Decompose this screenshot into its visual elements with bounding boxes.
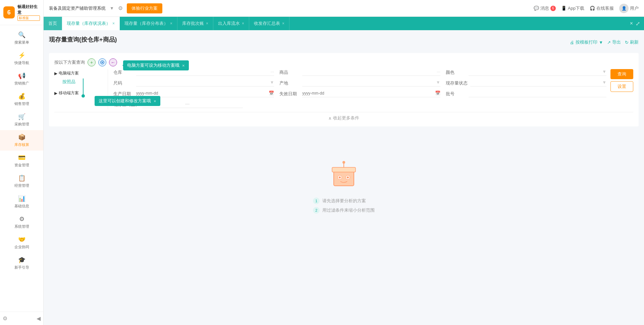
inv-qty-max[interactable] (192, 101, 232, 106)
box-icon: 📦 (18, 133, 25, 141)
back-scheme-btn[interactable]: ← (109, 58, 117, 66)
filter-color: 颜色 ▼ (446, 69, 606, 76)
query-panel: 按以下方案查询 + ← 电脑方案可设为移动方案哦 × (49, 53, 639, 126)
sidebar-item-search[interactable]: 🔍 搜索菜单 (0, 28, 43, 48)
sidebar-menu: 🔍 搜索菜单 ⚡ 快捷导航 📢 营销推广 💰 销售管理 🛒 采购管理 📦 (0, 25, 43, 312)
inv-status-dropdown-icon[interactable]: ▼ (602, 80, 606, 85)
size-dropdown-icon[interactable]: ▼ (270, 80, 274, 85)
logo-text: 畅通好好生意 标准版 (17, 4, 40, 21)
avatar: 👤 (619, 4, 629, 13)
sidebar: 6 畅通好好生意 标准版 🔍 搜索菜单 ⚡ 快捷导航 📢 营销推广 💰 销售管理 (0, 0, 44, 325)
close-tab-receive-summary[interactable]: × (282, 21, 284, 26)
sidebar-item-sales[interactable]: 💰 销售管理 (0, 89, 43, 110)
prod-date-calendar-icon[interactable]: 📅 (269, 91, 274, 96)
sidebar-item-purchase[interactable]: 🛒 采购管理 (0, 110, 43, 130)
desktop-scheme-item-1[interactable]: 按照品 (60, 77, 102, 86)
filter-product: 商品 ··· (279, 69, 440, 76)
batch-input[interactable] (469, 91, 606, 96)
sidebar-item-finance[interactable]: 💳 资金管理 (0, 151, 43, 171)
search-button[interactable]: 查询 (610, 69, 633, 79)
tab-inventory-dist[interactable]: 现存量（库存分布表） × (120, 17, 177, 30)
color-dropdown-icon[interactable]: ▼ (602, 69, 606, 74)
close-tab-inout-flow[interactable]: × (242, 21, 244, 26)
filter-batch: 批号 (446, 91, 606, 97)
sidebar-item-marketing[interactable]: 📢 营销推广 (0, 69, 43, 89)
collapse-up-icon: ∧ (328, 116, 332, 121)
svg-rect-2 (334, 171, 354, 186)
empty-step-2: 2 用过滤条件来缩小分析范围 (313, 207, 375, 214)
sidebar-item-inventory[interactable]: 📦 库存核算 (0, 130, 43, 151)
inv-status-input[interactable] (470, 80, 602, 85)
export-btn[interactable]: ↗ 导出 (607, 39, 621, 45)
settings-button[interactable]: 设置 (610, 81, 633, 92)
print-btn[interactable]: 🖨 按模板打印 ▼ (570, 39, 603, 45)
sidebar-item-guide[interactable]: 🎓 新手引导 (0, 253, 43, 273)
sidebar-item-system[interactable]: ⚙ 系统管理 (0, 212, 43, 232)
message-icon: 💬 (534, 6, 539, 11)
trial-button[interactable]: 体验行业方案 (127, 3, 162, 13)
size-input[interactable] (136, 80, 270, 85)
sidebar-logo: 6 畅通好好生意 标准版 (0, 0, 43, 25)
gear-icon: ⚙ (19, 215, 24, 223)
printer-icon: 🖨 (570, 40, 574, 45)
refresh-btn[interactable]: ↻ 刷新 (625, 39, 639, 45)
close-tab-batch-account[interactable]: × (206, 21, 208, 26)
filter-inventory-status: 现存量状态 ▼ (446, 80, 606, 87)
copy-icon (100, 60, 105, 65)
tooltip-create-scheme: 这里可以创建和修改方案哦 × (95, 96, 160, 106)
tooltip-desktop-mobile: 电脑方案可设为移动方案哦 × (123, 60, 189, 70)
empty-state: 1 请先选择要分析的方案 2 用过滤条件来缩小分析范围 (49, 130, 639, 240)
prod-date-start[interactable] (136, 91, 267, 96)
clipboard-icon: 📋 (18, 174, 25, 182)
warehouse-dots[interactable]: ··· (270, 69, 274, 74)
close-tab-inventory-status[interactable]: × (112, 21, 115, 26)
message-item[interactable]: 💬 消息 6 (534, 5, 556, 11)
sidebar-bottom: ⚙ ◀ (0, 312, 43, 325)
close-tab-inventory-dist[interactable]: × (170, 21, 172, 26)
query-button-group: 查询 设置 (610, 69, 633, 92)
range-separator: — (185, 101, 190, 106)
sidebar-item-enterprise[interactable]: 🤝 企业协同 (0, 232, 43, 253)
sidebar-item-quick-nav[interactable]: ⚡ 快捷导航 (0, 48, 43, 69)
online-service-item[interactable]: 🎧 在线客服 (590, 5, 614, 11)
color-input[interactable] (469, 69, 602, 74)
collapse-sidebar-icon[interactable]: ◀ (37, 315, 41, 322)
user-item[interactable]: 👤 用户 (619, 4, 639, 13)
topbar-settings-icon[interactable]: ⚙ (118, 5, 123, 11)
desktop-scheme-header[interactable]: ▶ 电脑端方案 (54, 69, 102, 77)
top-right-actions: 🖨 按模板打印 ▼ ↗ 导出 ↻ 刷新 (570, 39, 639, 45)
topbar: 装备及固定资产辅助管理系统 ▼ ⚙ 体验行业方案 💬 消息 6 📱 App下载 … (44, 0, 644, 17)
product-dots[interactable]: ··· (437, 69, 440, 74)
tab-home[interactable]: 首页 (44, 17, 62, 30)
expiry-date-calendar-icon[interactable]: 📅 (435, 91, 440, 96)
tab-batch-account[interactable]: 库存批次账 × (177, 17, 213, 30)
tab-receive-summary[interactable]: 收发存汇总表 × (249, 17, 289, 30)
empty-step-1: 1 请先选择要分析的方案 (313, 198, 375, 204)
sidebar-item-basic[interactable]: 📊 基础信息 (0, 192, 43, 212)
content-area: 现存量查询(按仓库+商品) 🖨 按模板打印 ▼ ↗ 导出 ↻ 刷新 (44, 30, 644, 325)
empty-illustration (327, 157, 361, 191)
expand-tabs-icon[interactable]: ⤢ (636, 20, 640, 27)
tooltip2-close-btn[interactable]: × (154, 99, 156, 104)
copy-scheme-btn[interactable] (98, 58, 106, 66)
tooltip1-close-btn[interactable]: × (182, 63, 185, 68)
collapse-bar[interactable]: ∧ 收起更多条件 (54, 112, 633, 121)
app-download-item[interactable]: 📱 App下载 (561, 5, 584, 11)
system-name: 装备及固定资产辅助管理系统 (49, 5, 106, 11)
logo-icon: 6 (3, 6, 15, 18)
system-dropdown-icon[interactable]: ▼ (110, 6, 114, 11)
sidebar-item-operations[interactable]: 📋 经营管理 (0, 171, 43, 192)
close-all-tabs-icon[interactable]: × (630, 20, 633, 26)
page-title: 现存量查询(按仓库+商品) (49, 36, 117, 44)
origin-input[interactable] (302, 80, 436, 85)
filter-expiry-date: 失效日期 📅 (279, 91, 440, 97)
tabbar-end: × ⤢ (626, 20, 644, 27)
expiry-date-start[interactable] (302, 91, 433, 96)
tab-inout-flow[interactable]: 出入库流水 × (213, 17, 249, 30)
settings-bottom-icon[interactable]: ⚙ (3, 315, 7, 322)
megaphone-icon: 📢 (18, 72, 25, 79)
add-scheme-btn[interactable]: + (88, 58, 96, 66)
origin-dropdown-icon[interactable]: ▼ (436, 80, 440, 85)
tab-inventory-status[interactable]: 现存量（库存状况表） × (62, 17, 120, 30)
product-input[interactable] (302, 69, 436, 74)
